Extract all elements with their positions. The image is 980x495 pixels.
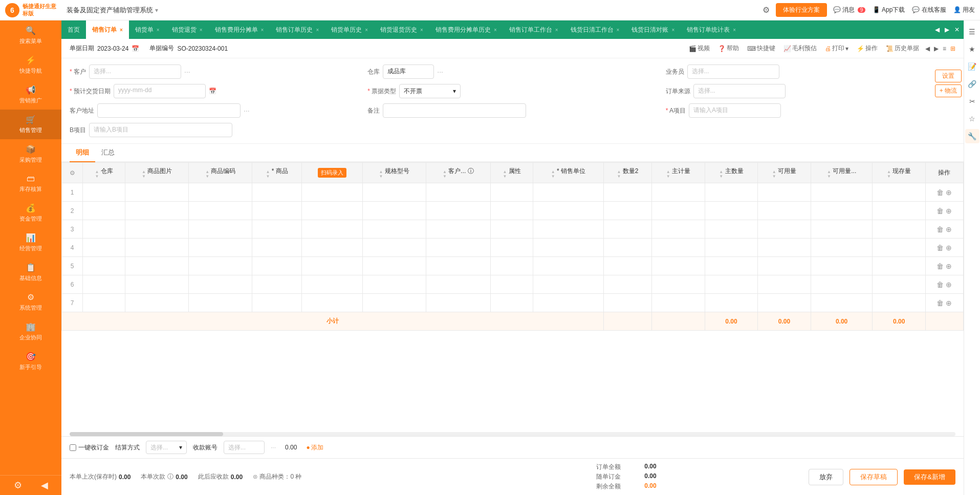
cell-code[interactable] bbox=[189, 220, 252, 239]
nav-tab-销售费用分摊单历史[interactable]: 销售费用分摊单历史× bbox=[429, 20, 503, 39]
th-spec[interactable]: ▲▼ 规格型号 bbox=[362, 163, 426, 183]
cell-warehouse[interactable] bbox=[83, 239, 125, 257]
cell-goods[interactable] bbox=[252, 183, 302, 202]
cell-unit[interactable] bbox=[533, 275, 603, 294]
sidebar-item-finance[interactable]: 💰资金管理 bbox=[0, 198, 61, 228]
delivery-input[interactable]: yyyy-mm-dd bbox=[114, 84, 206, 98]
cell-main-unit[interactable] bbox=[652, 220, 705, 239]
cell-qty2[interactable] bbox=[603, 220, 651, 239]
discard-button[interactable]: 放弃 bbox=[809, 469, 843, 485]
cell-available[interactable] bbox=[758, 275, 811, 294]
th-code[interactable]: ▲▼ 商品编码 bbox=[189, 163, 252, 183]
th-available2[interactable]: ▲▼ 可用量... bbox=[811, 163, 873, 183]
delete-icon[interactable]: 🗑 bbox=[937, 207, 944, 215]
nav-tab-销货单[interactable]: 销货单× bbox=[129, 20, 166, 39]
cell-main-unit[interactable] bbox=[652, 239, 705, 257]
cell-goods[interactable] bbox=[252, 220, 302, 239]
nav-tab-close[interactable]: × bbox=[733, 27, 736, 33]
th-attr[interactable]: ▲▼ 属性 bbox=[491, 163, 533, 183]
nav-tab-钱货日清工作台[interactable]: 钱货日清工作台× bbox=[564, 20, 626, 39]
nav-tab-销货退货历史[interactable]: 销货退货历史× bbox=[374, 20, 429, 39]
th-unit[interactable]: ▲▼ * 销售单位 bbox=[533, 163, 603, 183]
cell-code[interactable] bbox=[189, 239, 252, 257]
nav-tab-close[interactable]: × bbox=[420, 27, 423, 33]
cell-main-unit[interactable] bbox=[652, 183, 705, 202]
copy-icon[interactable]: ⊕ bbox=[946, 225, 952, 233]
cell-available[interactable] bbox=[758, 257, 811, 275]
preview-btn[interactable]: 🎬 视频 bbox=[687, 43, 712, 54]
cell-attr[interactable] bbox=[491, 202, 533, 220]
sidebar-item-purchase[interactable]: 📦采购管理 bbox=[0, 139, 61, 169]
cell-stock[interactable] bbox=[873, 294, 926, 312]
print-btn[interactable]: 🖨 打印 ▾ bbox=[823, 43, 851, 54]
customer-input[interactable]: 选择... bbox=[89, 64, 181, 79]
th-available[interactable]: ▲▼ 可用量 bbox=[758, 163, 811, 183]
save-new-button[interactable]: 保存&新增 bbox=[904, 469, 955, 485]
cell-attr[interactable] bbox=[491, 220, 533, 239]
cell-stock[interactable] bbox=[873, 239, 926, 257]
cell-customer-code[interactable] bbox=[426, 239, 490, 257]
cell-goods[interactable] bbox=[252, 294, 302, 312]
right-panel-收藏-button[interactable]: ★ bbox=[965, 42, 979, 56]
right-panel-链接-button[interactable]: 🔗 bbox=[965, 77, 979, 91]
cell-code[interactable] bbox=[189, 275, 252, 294]
app-download-btn[interactable]: 📱 App下载 bbox=[873, 6, 905, 14]
sidebar-item-system[interactable]: ⚙系统管理 bbox=[0, 287, 61, 317]
nav-tab-close[interactable]: × bbox=[120, 27, 123, 33]
cell-qty2[interactable] bbox=[603, 275, 651, 294]
cell-customer-code[interactable] bbox=[426, 294, 490, 312]
cell-code[interactable] bbox=[189, 202, 252, 220]
sidebar-item-operation[interactable]: 📊经营管理 bbox=[0, 228, 61, 257]
cell-code[interactable] bbox=[189, 294, 252, 312]
scrollbar-thumb[interactable] bbox=[70, 432, 223, 436]
cell-goods[interactable] bbox=[252, 202, 302, 220]
cell-qty2[interactable] bbox=[603, 202, 651, 220]
nav-tab-销货退货[interactable]: 销货退货× bbox=[166, 20, 209, 39]
th-goods[interactable]: ▲▼ * 商品 bbox=[252, 163, 302, 183]
cell-goods[interactable] bbox=[252, 275, 302, 294]
nav-prev-arrow[interactable]: ◀ bbox=[933, 25, 942, 34]
table-container[interactable]: ⚙ ▲▼ 仓库 ▲▼ 商品图片 ▲▼ 商品编码 ▲▼ * 商品 扫码录入 ▲▼ … bbox=[61, 162, 964, 432]
sidebar-item-basic-info[interactable]: 📋基础信息 bbox=[0, 257, 61, 287]
cell-main-qty[interactable] bbox=[705, 239, 758, 257]
delete-icon[interactable]: 🗑 bbox=[937, 188, 944, 197]
warehouse-input[interactable]: 成品库 bbox=[383, 64, 434, 79]
nav-tab-首页[interactable]: 首页 bbox=[61, 20, 86, 39]
cell-spec[interactable] bbox=[362, 202, 426, 220]
cell-main-unit[interactable] bbox=[652, 275, 705, 294]
cell-available2[interactable] bbox=[811, 275, 873, 294]
cell-warehouse[interactable] bbox=[83, 202, 125, 220]
cell-stock[interactable] bbox=[873, 275, 926, 294]
cell-qty2[interactable] bbox=[603, 183, 651, 202]
th-main-qty[interactable]: ▲▼ 主数量 bbox=[705, 163, 758, 183]
right-panel-菜单-button[interactable]: ☰ bbox=[965, 25, 979, 39]
system-title-dropdown[interactable]: ▾ bbox=[155, 7, 158, 14]
prev-record-icon[interactable]: ◀ bbox=[925, 45, 930, 52]
help-btn[interactable]: ❓ 帮助 bbox=[716, 43, 741, 54]
cell-stock[interactable] bbox=[873, 183, 926, 202]
settings-button[interactable]: 设置 bbox=[935, 70, 962, 82]
cell-warehouse[interactable] bbox=[83, 220, 125, 239]
cell-spec[interactable] bbox=[362, 239, 426, 257]
th-qty2[interactable]: ▲▼ 数量2 bbox=[603, 163, 651, 183]
remark-input[interactable] bbox=[383, 103, 526, 118]
detail-tab-汇总[interactable]: 汇总 bbox=[95, 144, 121, 161]
warehouse-more-icon[interactable]: ··· bbox=[437, 68, 443, 76]
cell-available[interactable] bbox=[758, 239, 811, 257]
settlement-select[interactable]: 选择... ▾ bbox=[146, 441, 187, 454]
cell-main-qty[interactable] bbox=[705, 275, 758, 294]
cell-stock[interactable] bbox=[873, 202, 926, 220]
history-btn[interactable]: 📜 历史单据 bbox=[884, 43, 921, 54]
cell-unit[interactable] bbox=[533, 220, 603, 239]
cell-main-qty[interactable] bbox=[705, 183, 758, 202]
cell-main-qty[interactable] bbox=[705, 220, 758, 239]
sidebar-item-guide[interactable]: 🎯新手引导 bbox=[0, 347, 61, 376]
cell-stock[interactable] bbox=[873, 257, 926, 275]
cell-main-qty[interactable] bbox=[705, 202, 758, 220]
nav-tab-销货单历史[interactable]: 销货单历史× bbox=[325, 20, 374, 39]
industry-button[interactable]: 体验行业方案 bbox=[776, 3, 827, 17]
cell-available[interactable] bbox=[758, 294, 811, 312]
sidebar-item-enterprise[interactable]: 🏢企业协同 bbox=[0, 317, 61, 347]
cell-attr[interactable] bbox=[491, 257, 533, 275]
calendar-icon[interactable]: 📅 bbox=[132, 45, 139, 52]
